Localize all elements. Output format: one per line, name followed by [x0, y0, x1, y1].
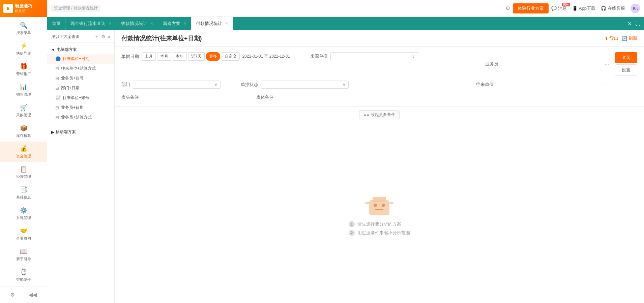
source-select[interactable]: ∨: [330, 52, 418, 60]
refresh-icon: 🔄: [622, 36, 627, 41]
sidebar-item-cooperation[interactable]: 🤝 企业协同: [0, 224, 47, 244]
date-opt-custom[interactable]: 自定义: [222, 52, 240, 61]
date-opt-7days[interactable]: 近7天: [188, 52, 205, 61]
collapse-sidebar-icon[interactable]: ◀◀: [29, 292, 37, 298]
header-remark-input[interactable]: [142, 93, 236, 101]
sidebar-item-funds[interactable]: 💰 资金管理: [0, 142, 47, 162]
status-select[interactable]: ∨: [261, 81, 349, 89]
collapse-scheme-icon[interactable]: «: [108, 34, 110, 39]
topbar-settings-icon[interactable]: ⚙: [505, 5, 510, 11]
partner-dots-icon[interactable]: ···: [600, 82, 604, 87]
tab-bank[interactable]: 现金银行流水查询 ×: [66, 17, 116, 30]
mobile-section-header[interactable]: ▶ 移动端方案: [47, 128, 114, 136]
mobile-scheme-section: ▶ 移动端方案: [47, 125, 114, 139]
partner-settlement-icon: ⊞: [55, 66, 59, 71]
settings-bottom-icon[interactable]: ⚙: [10, 292, 15, 298]
sidebar-item-purchase[interactable]: 🛒 采购管理: [0, 100, 47, 121]
scheme-item-partner-settlement-label: 往来单位+结算方式: [61, 66, 96, 71]
partner-account-icon: 📈: [55, 95, 61, 100]
app-download-item[interactable]: 📱 App下载: [572, 5, 595, 11]
date-opt-thismonth[interactable]: 本月: [157, 52, 171, 61]
scheme-settings-icon[interactable]: ⚙: [101, 34, 106, 39]
system-icon: ⚙️: [20, 207, 27, 214]
desktop-section-header[interactable]: ▼ 电脑端方案: [47, 46, 114, 54]
scheme-item-partner-date[interactable]: 🔵 往来单位+日期: [47, 54, 114, 64]
close-all-icon[interactable]: ✕: [627, 21, 632, 27]
refresh-label: 刷新: [628, 35, 637, 41]
sidebar-item-marketing[interactable]: 🎁 营销推广: [0, 59, 47, 80]
dept-filter-label: 部门: [121, 82, 130, 88]
tab-payments-close-icon[interactable]: ×: [226, 21, 228, 26]
date-options: 上月 本月 本年 近7天 更多 自定义 2022-01-01 至 2022-12…: [142, 52, 290, 61]
add-scheme-button[interactable]: ＋: [94, 34, 99, 40]
tab-new-scheme[interactable]: 新建方案 ×: [158, 17, 191, 30]
refresh-button[interactable]: 🔄 刷新: [622, 35, 637, 41]
query-button[interactable]: 查询: [615, 52, 637, 63]
avatar[interactable]: Rit: [631, 4, 640, 13]
svg-rect-5: [365, 202, 369, 204]
filter-area: 单据日期 上月 本月 本年 近7天 更多 自定义 2022-01-01 至 20…: [115, 47, 644, 107]
settings-button[interactable]: 设置: [615, 64, 637, 76]
svg-rect-0: [369, 200, 389, 215]
tab-receipts[interactable]: 收款情况统计 ×: [116, 17, 158, 30]
dept-select-arrow-icon: ∨: [214, 82, 217, 87]
tip-num-2: 2: [349, 230, 355, 236]
tab-receipts-close-icon[interactable]: ×: [151, 21, 153, 26]
tab-bank-close-icon[interactable]: ×: [109, 21, 111, 26]
body-remark-input[interactable]: [276, 93, 371, 101]
scheme-item-partner-settlement[interactable]: ⊞ 往来单位+结算方式: [47, 64, 114, 73]
date-opt-more[interactable]: 更多: [206, 52, 220, 61]
sidebar-bottom: ⚙ ◀◀: [0, 286, 47, 303]
scheme-item-staff-settlement-label: 业务员+结算方式: [61, 115, 92, 120]
scheme-item-staff-account[interactable]: ⊞ 业务员+账号: [47, 73, 114, 83]
filter-row-2: 部门 ∨ 单据状态 ∨ 往来单位: [121, 81, 637, 89]
sidebar-item-operation[interactable]: 📋 经营管理: [0, 162, 47, 183]
scheme-item-staff-date[interactable]: ⊞ 业务员+日期: [47, 103, 114, 113]
sales-icon: 📊: [20, 83, 27, 91]
sidebar-item-system[interactable]: ⚙️ 系统管理: [0, 203, 47, 224]
scheme-item-partner-account[interactable]: 📈 往来单位+账号: [47, 93, 114, 103]
sidebar-item-quicknav[interactable]: ⚡ 快捷导航: [0, 39, 47, 59]
tab-new-scheme-close-icon[interactable]: ×: [184, 21, 186, 26]
dept-select[interactable]: ∨: [133, 81, 221, 89]
date-opt-thisyear[interactable]: 本年: [173, 52, 187, 61]
sidebar-item-guide[interactable]: 📖 新手引导: [0, 244, 47, 265]
staff-settlement-icon: ⊞: [55, 115, 59, 120]
collapse-filters-button[interactable]: ∧∧ 收起更多条件: [359, 110, 400, 119]
sidebar-item-hardware[interactable]: ⌚ 智能硬件: [0, 265, 47, 285]
date-opt-lastmonth[interactable]: 上月: [142, 52, 156, 61]
messages-item[interactable]: 💬 消息 99+: [551, 5, 567, 11]
topbar-right: 💬 消息 99+ 📱 App下载 🎧 在线客服 Rit: [551, 4, 640, 13]
breadcrumb-text: 资金管理 / 付款情况统计: [51, 5, 100, 12]
trial-button[interactable]: 体验行业方案: [513, 3, 549, 13]
app-download-label: App下载: [579, 5, 595, 11]
scheme-item-staff-settlement[interactable]: ⊞ 业务员+结算方式: [47, 113, 114, 122]
online-service-item[interactable]: 🎧 在线客服: [601, 5, 625, 11]
online-service-label: 在线客服: [608, 5, 625, 11]
staff-dots-icon[interactable]: ···: [605, 61, 609, 67]
partner-input[interactable]: [496, 81, 597, 88]
scheme-item-dept-date[interactable]: ⊞ 部门+日期: [47, 83, 114, 93]
scheme-item-dept-date-label: 部门+日期: [61, 85, 80, 91]
scheme-item-partner-date-label: 往来单位+日期: [63, 56, 89, 62]
sidebar-menu: 🔍 搜索菜单 ⚡ 快捷导航 🎁 营销推广 📊 销售管理 🛒 采购管理 📦 库存核…: [0, 17, 47, 286]
export-label: 导出: [610, 35, 618, 41]
sidebar-item-basicinfo[interactable]: 📑 基础信息: [0, 183, 47, 203]
tab-payments[interactable]: 付款情况统计 ×: [191, 17, 233, 30]
sidebar-item-inventory[interactable]: 📦 库存核算: [0, 121, 47, 142]
tab-home[interactable]: 首页: [47, 17, 66, 30]
export-button[interactable]: ⬆ 导出: [605, 35, 618, 41]
filter-row-1: 单据日期 上月 本月 本年 近7天 更多 自定义 2022-01-01 至 20…: [121, 52, 637, 76]
expand-icon[interactable]: ⛶: [635, 21, 641, 27]
sidebar-item-search[interactable]: 🔍 搜索菜单: [0, 18, 47, 39]
scheme-panel-header: 按以下方案查询 ＋ ⚙ «: [47, 34, 114, 43]
staff-input[interactable]: [501, 60, 602, 68]
tab-receipts-label: 收款情况统计: [121, 21, 147, 27]
scheme-panel: 按以下方案查询 ＋ ⚙ « ▼ 电脑端方案 🔵 往来单位+日期 ⊞: [47, 30, 115, 303]
inventory-icon: 📦: [20, 124, 27, 132]
cooperation-icon: 🤝: [20, 227, 27, 235]
status-filter-item: 单据状态 ∨: [241, 81, 369, 89]
partner-filter-item: 往来单位 ···: [476, 81, 637, 88]
staff-account-icon: ⊞: [55, 76, 59, 81]
sidebar-item-sales[interactable]: 📊 销售管理: [0, 80, 47, 100]
